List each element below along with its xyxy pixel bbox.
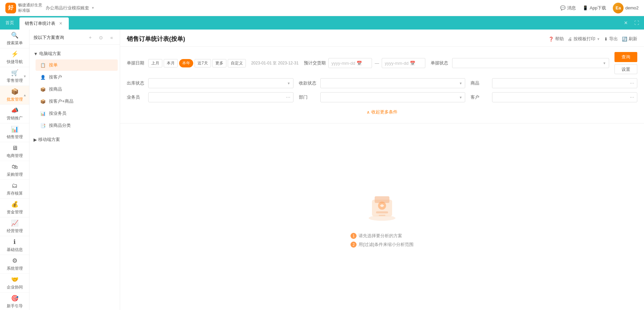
message-button[interactable]: 💬 消息 xyxy=(560,5,576,11)
tree-child-by-goods[interactable]: 📦 按商品 xyxy=(36,84,118,95)
tree-child-by-customer[interactable]: 👤 按客户 xyxy=(36,71,118,83)
date-btn-this-year[interactable]: 本年 xyxy=(179,59,193,67)
expected-date-start-input[interactable]: yyyy-mm-dd 📅 xyxy=(328,58,372,68)
collapse-panel-button[interactable]: « xyxy=(108,34,116,42)
date-btn-last-month[interactable]: 上月 xyxy=(148,59,162,67)
payment-status-field: 收款状态 ▼ xyxy=(299,78,466,88)
purchase-icon: 🛍 xyxy=(12,163,18,170)
date-range-text: 2023-01-01 至 2023-12-31 xyxy=(251,60,299,66)
print-button[interactable]: 🖨 按模板打印 ▼ xyxy=(568,36,600,42)
tab-sales-order-stats[interactable]: 销售订单统计表 ✕ xyxy=(19,17,69,30)
sidebar-item-enterprise[interactable]: 🤝 企业协同 xyxy=(0,274,29,293)
help-icon: ❓ xyxy=(548,37,554,42)
page-actions: ❓ 帮助 🖨 按模板打印 ▼ ⬇ 导出 🔄 xyxy=(548,36,637,42)
tree-child-by-category[interactable]: 📑 按商品分类 xyxy=(36,120,118,131)
date-btn-this-month[interactable]: 本月 xyxy=(164,59,178,67)
tree-pc-section: ▼ 电脑端方案 📋 按单 👤 按客户 📦 xyxy=(30,47,120,133)
by-salesperson-icon: 📊 xyxy=(40,110,46,117)
sidebar-item-marketing[interactable]: 📣 营销推广 xyxy=(0,105,29,123)
help-button[interactable]: ❓ 帮助 xyxy=(548,36,564,42)
refresh-button[interactable]: 🔄 刷新 xyxy=(622,36,637,42)
tab-close-icon[interactable]: ✕ xyxy=(58,21,63,26)
date-btn-7days[interactable]: 近7天 xyxy=(195,59,211,67)
date-btn-more[interactable]: 更多 xyxy=(212,59,226,67)
svg-rect-5 xyxy=(379,215,385,216)
sidebar-item-operations[interactable]: 📈 经营管理 xyxy=(0,217,29,236)
refresh-icon: 🔄 xyxy=(622,37,627,42)
sidebar-item-guide[interactable]: 🎯 新手引导 xyxy=(0,293,29,310)
tab-bar: 首页 销售订单统计表 ✕ ✕ ⛶ xyxy=(0,16,644,30)
sidebar-item-system[interactable]: ⚙ 系统管理 xyxy=(0,255,29,274)
left-panel: 按以下方案查询 ＋ ⊙ « ▼ 电脑端方案 xyxy=(30,30,120,310)
by-goods-icon: 📦 xyxy=(40,86,46,93)
date-separator: — xyxy=(375,61,379,66)
department-label: 部门 xyxy=(299,94,318,100)
filter-buttons: 查询 设置 xyxy=(614,52,637,74)
tree-parent-pc[interactable]: ▼ 电脑端方案 xyxy=(30,49,120,59)
add-scheme-button[interactable]: ＋ xyxy=(86,34,94,42)
delivery-arrow-icon: ▼ xyxy=(287,82,290,85)
by-customer-icon: 👤 xyxy=(40,74,46,81)
app-download-button[interactable]: 📱 App下载 xyxy=(583,5,606,11)
logo-icon: 好 xyxy=(5,3,16,13)
wholesale-icon: 📦 xyxy=(11,88,18,95)
search-icon: 🔍 xyxy=(11,32,18,39)
tree-parent-mobile[interactable]: ▶ 移动端方案 xyxy=(30,135,120,145)
sidebar-item-inventory[interactable]: 🗂 库存核算 xyxy=(0,180,29,199)
tree-child-by-order[interactable]: 📋 按单 xyxy=(36,59,118,71)
goods-field: 商品 ··· xyxy=(471,78,637,88)
logo-text: 畅捷通好生意 标准版 xyxy=(18,3,42,13)
delivery-status-label: 出库状态 xyxy=(127,80,146,86)
filter-date-field: 单据日期 上月 本月 本年 近7天 更多 自定义 2023-01-01 至 20… xyxy=(127,59,299,67)
sidebar-item-finance[interactable]: 💰 资金管理 xyxy=(0,199,29,217)
expected-date-end-input[interactable]: yyyy-mm-dd 📅 xyxy=(382,58,425,68)
tab-home[interactable]: 首页 xyxy=(0,16,19,30)
empty-tips: 1 请先选择要分析的方案 2 用[过滤]条件来缩小分析范围 xyxy=(351,233,413,248)
date-btn-custom[interactable]: 自定义 xyxy=(228,59,246,67)
sidebar-item-purchase[interactable]: 🛍 采购管理 xyxy=(0,161,29,180)
export-button[interactable]: ⬇ 导出 xyxy=(604,36,618,42)
goods-select[interactable]: ··· xyxy=(492,78,637,88)
date-placeholder-start: yyyy-mm-dd xyxy=(331,61,355,66)
sidebar-item-retail[interactable]: 🛒 零售管理 ▼ xyxy=(0,67,29,86)
query-button[interactable]: 查询 xyxy=(614,52,637,62)
filter-row-3: 业务员 ··· 部门 ▼ xyxy=(127,92,637,102)
sidebar-item-wholesale[interactable]: 📦 批发管理 ▲ xyxy=(0,86,29,105)
goods-dots-icon[interactable]: ··· xyxy=(630,80,634,86)
payment-status-select[interactable]: ▼ xyxy=(320,78,466,88)
sidebar-item-search[interactable]: 🔍 搜索菜单 xyxy=(0,30,29,48)
base-info-icon: ℹ xyxy=(13,238,16,246)
tree-children-pc: 📋 按单 👤 按客户 📦 按商品 📦 按 xyxy=(30,59,120,131)
customer-select[interactable]: ··· xyxy=(492,92,637,102)
customer-label: 客户 xyxy=(471,94,489,100)
status-select-arrow-icon: ▼ xyxy=(603,61,606,65)
calendar-start-icon: 📅 xyxy=(357,61,362,66)
logo-area: 好 畅捷通好生意 标准版 xyxy=(5,3,42,13)
page-header: 销售订单统计表(按单) ❓ 帮助 🖨 按模板打印 ▼ ⬇ xyxy=(120,30,644,47)
customer-dots-icon[interactable]: ··· xyxy=(630,94,634,100)
sales-icon: 📊 xyxy=(11,125,18,133)
sidebar-item-quick-nav[interactable]: ⚡ 快捷导航 xyxy=(0,48,29,67)
marketing-icon: 📣 xyxy=(11,107,18,114)
svg-rect-4 xyxy=(376,211,388,213)
settings-button[interactable]: 设置 xyxy=(614,64,637,74)
breadcrumb[interactable]: 办公用品行业模拟账套 ▼ xyxy=(46,5,95,11)
user-profile[interactable]: Ea demo2 xyxy=(613,3,639,13)
salesperson-dots-icon[interactable]: ··· xyxy=(286,94,290,100)
sidebar-item-base-info[interactable]: ℹ 基础信息 xyxy=(0,236,29,255)
tree-child-by-salesperson[interactable]: 📊 按业务员 xyxy=(36,108,118,119)
filter-expected-date-field: 预计交货期 yyyy-mm-dd 📅 — yyyy-mm-dd 📅 xyxy=(304,58,425,68)
department-select[interactable]: ▼ xyxy=(320,92,466,102)
delivery-status-select[interactable]: ▼ xyxy=(148,78,293,88)
collapse-filter-button[interactable]: ∧ 收起更多条件 xyxy=(127,106,637,118)
sidebar-item-ecommerce[interactable]: 🖥 电商管理 xyxy=(0,142,29,161)
ecommerce-icon: 🖥 xyxy=(12,145,18,152)
salesperson-select[interactable]: ··· xyxy=(148,92,293,102)
status-select[interactable]: ▼ xyxy=(452,58,609,68)
settings-scheme-button[interactable]: ⊙ xyxy=(97,34,105,42)
tab-bar-expand-button[interactable]: ⛶ xyxy=(632,18,641,28)
tree-child-by-customer-goods[interactable]: 📦 按客户+商品 xyxy=(36,96,118,107)
tab-bar-close-button[interactable]: ✕ xyxy=(621,18,631,28)
empty-tip-1: 1 请先选择要分析的方案 xyxy=(351,233,413,239)
sidebar-item-sales[interactable]: 📊 销售管理 xyxy=(0,123,29,142)
